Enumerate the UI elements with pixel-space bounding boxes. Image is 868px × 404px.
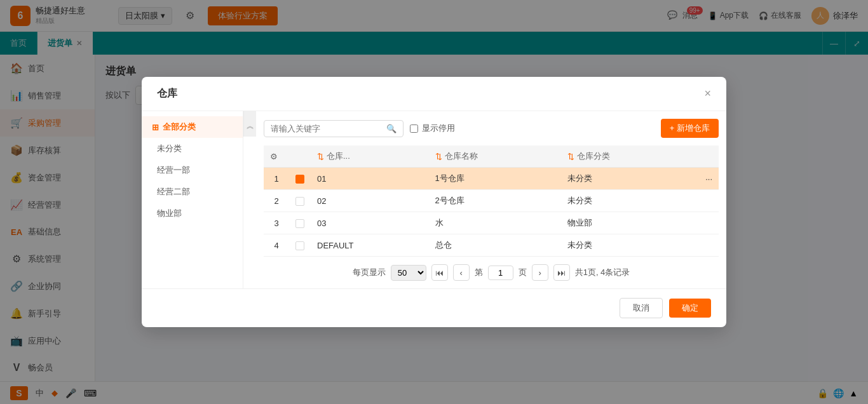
row-number: 4 bbox=[264, 234, 289, 257]
modal-close-button[interactable]: × bbox=[704, 87, 711, 100]
add-warehouse-button[interactable]: + 新增仓库 bbox=[661, 119, 719, 138]
table-row[interactable]: 3 03 水 物业部 bbox=[264, 212, 719, 234]
sort-icon: ⇅ bbox=[317, 152, 324, 161]
category-item-operations1[interactable]: 经营一部 bbox=[142, 159, 243, 181]
row-more-button[interactable] bbox=[693, 190, 719, 212]
row-code: 02 bbox=[311, 190, 429, 212]
page-first-button[interactable]: ⏮ bbox=[431, 264, 448, 281]
row-category: 未分类 bbox=[561, 168, 693, 190]
sort-icon: ⇅ bbox=[435, 152, 442, 161]
row-category: 未分类 bbox=[561, 234, 693, 257]
row-category: 未分类 bbox=[561, 190, 693, 212]
row-more-button[interactable] bbox=[693, 212, 719, 234]
modal-title: 仓库 bbox=[157, 87, 177, 100]
grid-icon: ⊞ bbox=[152, 123, 159, 132]
category-all-header[interactable]: ⊞ 全部分类 bbox=[142, 116, 243, 138]
show-disabled-toggle[interactable] bbox=[410, 125, 418, 133]
category-sidebar: ⊞ 全部分类 未分类 经营一部 经营二部 物业部 bbox=[142, 111, 243, 288]
table-row[interactable]: 4 DEFAULT 总仓 未分类 bbox=[264, 234, 719, 257]
category-item-operations2[interactable]: 经营二部 bbox=[142, 181, 243, 203]
th-name: ⇅ 仓库名称 bbox=[429, 145, 561, 168]
row-number: 1 bbox=[264, 168, 289, 190]
row-name: 1号仓库 bbox=[429, 168, 561, 190]
category-collapse-button[interactable]: 《 bbox=[243, 111, 256, 137]
row-name: 2号仓库 bbox=[429, 190, 561, 212]
show-disabled-checkbox[interactable]: 显示停用 bbox=[410, 123, 455, 134]
warehouse-modal: 仓库 × ⊞ 全部分类 未分类 经营一部 经营二部 bbox=[142, 77, 726, 327]
modal-overlay: 仓库 × ⊞ 全部分类 未分类 经营一部 经营二部 bbox=[0, 0, 868, 404]
page-unit: 页 bbox=[519, 267, 527, 278]
page-number-input[interactable] bbox=[488, 266, 513, 280]
category-item-property[interactable]: 物业部 bbox=[142, 203, 243, 224]
page-last-button[interactable]: ⏭ bbox=[553, 264, 570, 281]
row-name: 总仓 bbox=[429, 234, 561, 257]
row-more-button[interactable]: ··· bbox=[693, 168, 719, 190]
confirm-button[interactable]: 确定 bbox=[669, 299, 711, 318]
table-row[interactable]: 2 02 2号仓库 未分类 bbox=[264, 190, 719, 212]
pagination: 每页显示 50 20 100 ⏮ ‹ 第 页 › ⏭ 共1页, 4条记录 bbox=[264, 257, 719, 281]
row-name: 水 bbox=[429, 212, 561, 234]
category-all-label: 全部分类 bbox=[163, 121, 196, 133]
table-toolbar: 🔍 显示停用 + 新增仓库 bbox=[264, 119, 719, 138]
page-prev-button[interactable]: ‹ bbox=[453, 264, 470, 281]
row-code: 03 bbox=[311, 212, 429, 234]
th-settings: ⚙ bbox=[264, 145, 289, 168]
per-page-select[interactable]: 50 20 100 bbox=[391, 265, 426, 281]
th-checkbox bbox=[289, 145, 311, 168]
row-number: 2 bbox=[264, 190, 289, 212]
warehouse-table: ⚙ ⇅ 仓库... ⇅ 仓库名称 bbox=[264, 145, 719, 257]
total-info: 共1页, 4条记录 bbox=[575, 267, 630, 278]
page-label: 第 bbox=[475, 267, 483, 278]
row-more-button[interactable] bbox=[693, 234, 719, 257]
search-icon[interactable]: 🔍 bbox=[386, 124, 397, 133]
th-category: ⇅ 仓库分类 bbox=[561, 145, 693, 168]
page-next-button[interactable]: › bbox=[532, 264, 548, 281]
row-code: DEFAULT bbox=[311, 234, 429, 257]
row-category: 物业部 bbox=[561, 212, 693, 234]
search-input[interactable] bbox=[271, 124, 383, 133]
cancel-button[interactable]: 取消 bbox=[620, 298, 663, 318]
row-checkbox[interactable] bbox=[289, 212, 311, 234]
row-checkbox[interactable] bbox=[289, 190, 311, 212]
per-page-label: 每页显示 bbox=[353, 267, 386, 278]
modal-header: 仓库 × bbox=[142, 77, 726, 111]
row-code: 01 bbox=[311, 168, 429, 190]
sort-icon: ⇅ bbox=[567, 152, 574, 161]
row-checkbox[interactable] bbox=[289, 234, 311, 257]
category-item-uncategorized[interactable]: 未分类 bbox=[142, 138, 243, 159]
row-checkbox[interactable] bbox=[289, 168, 311, 190]
modal-body: ⊞ 全部分类 未分类 经营一部 经营二部 物业部 《 bbox=[142, 111, 726, 288]
search-input-wrapper: 🔍 bbox=[264, 120, 403, 137]
row-number: 3 bbox=[264, 212, 289, 234]
th-actions bbox=[693, 145, 719, 168]
table-row[interactable]: 1 01 1号仓库 未分类 ··· bbox=[264, 168, 719, 190]
table-area: 🔍 显示停用 + 新增仓库 ⚙ bbox=[256, 111, 726, 288]
th-code: ⇅ 仓库... bbox=[311, 145, 429, 168]
table-header-row: ⚙ ⇅ 仓库... ⇅ 仓库名称 bbox=[264, 145, 719, 168]
modal-footer: 取消 确定 bbox=[142, 288, 726, 327]
